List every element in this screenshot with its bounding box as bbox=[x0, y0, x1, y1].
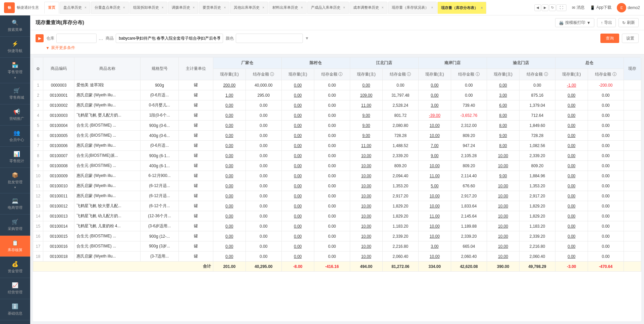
row-fqty[interactable]: 0.00 bbox=[213, 211, 246, 221]
row-naqty[interactable]: 10.00 bbox=[418, 231, 451, 241]
export-btn[interactable]: ↑ 导出 bbox=[597, 18, 616, 27]
row-tqty[interactable]: 0.00 bbox=[555, 191, 588, 201]
tab-3[interactable]: 组装拆卸单历史 × bbox=[129, 2, 167, 14]
sidebar-item-ecom[interactable]: 💻 电商管理 bbox=[0, 193, 30, 215]
row-jbqty[interactable]: 9.00 bbox=[350, 110, 382, 121]
row-tqty[interactable]: 0.00 bbox=[555, 141, 588, 151]
row-lqty[interactable]: 0.00 bbox=[281, 191, 314, 201]
row-naqty[interactable]: 10.00 bbox=[418, 131, 451, 141]
sidebar-item-mall[interactable]: 🛒 零售商城 bbox=[0, 83, 30, 104]
row-tqty[interactable]: 0.00 bbox=[555, 231, 588, 241]
sidebar-item-retail-stat[interactable]: 📊 零售统计 bbox=[0, 147, 30, 168]
row-tqty[interactable]: -1.00 bbox=[555, 80, 588, 90]
row-naqty[interactable]: 7.00 bbox=[418, 141, 451, 151]
row-ybqty[interactable]: 3.00 bbox=[487, 90, 519, 100]
row-ybqty[interactable]: 10.00 bbox=[487, 181, 519, 191]
row-jbqty[interactable]: 109.00 bbox=[350, 90, 382, 100]
row-naqty[interactable]: 10.00 bbox=[418, 121, 451, 131]
row-jbqty[interactable]: 10.00 bbox=[350, 181, 382, 191]
sidebar-item-finance[interactable]: 💰 资金管理 bbox=[0, 257, 30, 278]
row-tqty[interactable]: 0.00 bbox=[555, 201, 588, 211]
row-naqty[interactable]: 0.00 bbox=[418, 90, 451, 100]
th-settings[interactable]: ⚙ bbox=[33, 57, 43, 80]
row-fqty[interactable]: 0.00 bbox=[213, 241, 246, 251]
row-tqty[interactable]: 0.00 bbox=[555, 161, 588, 171]
row-lqty[interactable]: 0.00 bbox=[281, 161, 314, 171]
product-input[interactable] bbox=[116, 34, 223, 43]
row-naqty[interactable]: 3.00 bbox=[418, 241, 451, 251]
row-naqty[interactable]: 0.00 bbox=[418, 80, 451, 90]
color-input[interactable] bbox=[236, 34, 303, 43]
nav-expand[interactable]: ⛶ bbox=[556, 4, 567, 11]
row-tqty[interactable]: 0.00 bbox=[555, 151, 588, 161]
sidebar-item-purchase[interactable]: 🛒 采购管理 bbox=[0, 215, 30, 236]
row-ybqty[interactable]: 8.00 bbox=[487, 110, 519, 121]
row-ybqty[interactable]: 10.00 bbox=[487, 211, 519, 221]
tab-10[interactable]: 现存量（库存状况表） × bbox=[388, 2, 437, 14]
row-jbqty[interactable]: 10.00 bbox=[350, 191, 382, 201]
sidebar-item-quicknav[interactable]: ⚡ 快捷导航 bbox=[0, 37, 30, 58]
warehouse-input[interactable] bbox=[56, 34, 97, 43]
row-lqty[interactable]: 0.00 bbox=[281, 131, 314, 141]
row-tqty[interactable]: 0.00 bbox=[555, 211, 588, 221]
row-ybqty[interactable]: 9.00 bbox=[487, 131, 519, 141]
row-fqty[interactable]: 0.00 bbox=[213, 161, 246, 171]
sidebar-item-wholesale[interactable]: 📦 批发管理 ▼ bbox=[0, 168, 30, 193]
row-jbqty[interactable]: 10.00 bbox=[350, 241, 382, 251]
row-fqty[interactable]: 0.00 bbox=[213, 141, 246, 151]
row-lqty[interactable]: 0.00 bbox=[281, 121, 314, 131]
row-tqty[interactable]: 0.00 bbox=[555, 131, 588, 141]
tab-1[interactable]: 盘点单历史 × bbox=[60, 2, 90, 14]
tab-6[interactable]: 其他出库单历史 × bbox=[230, 2, 268, 14]
row-lqty[interactable]: 0.00 bbox=[281, 90, 314, 100]
row-jbqty[interactable]: 10.00 bbox=[350, 171, 382, 181]
row-lqty[interactable]: 0.00 bbox=[281, 211, 314, 221]
row-ybqty[interactable]: 6.00 bbox=[487, 100, 519, 110]
row-ybqty[interactable]: 10.00 bbox=[487, 241, 519, 251]
row-jbqty[interactable]: 11.00 bbox=[350, 141, 382, 151]
row-fqty[interactable]: 0.00 bbox=[213, 171, 246, 181]
row-naqty[interactable]: 10.00 bbox=[418, 201, 451, 211]
nav-next[interactable]: ▶ bbox=[542, 4, 548, 11]
tab-2[interactable]: 分量盘点单历史 × bbox=[91, 2, 129, 14]
query-button[interactable]: 查询 bbox=[600, 34, 619, 43]
nav-prev[interactable]: ◀ bbox=[534, 4, 541, 11]
row-tqty[interactable]: 0.00 bbox=[555, 110, 588, 121]
row-fqty[interactable]: 0.00 bbox=[213, 231, 246, 241]
row-naqty[interactable]: 9.00 bbox=[418, 151, 451, 161]
row-fqty[interactable]: 0.00 bbox=[213, 181, 246, 191]
row-ybqty[interactable]: 10.00 bbox=[487, 231, 519, 241]
row-naqty[interactable]: 10.00 bbox=[418, 161, 451, 171]
sidebar-item-system[interactable]: ⚙️ 系统管理 bbox=[0, 320, 30, 324]
row-fqty[interactable]: 0.00 bbox=[213, 131, 246, 141]
row-ybqty[interactable]: 10.00 bbox=[487, 201, 519, 211]
app-download-btn[interactable]: 📱 App下载 bbox=[590, 5, 611, 10]
row-ybqty[interactable]: 8.00 bbox=[487, 121, 519, 131]
row-naqty[interactable]: -39.00 bbox=[418, 110, 451, 121]
row-ybqty[interactable]: 0.00 bbox=[487, 80, 519, 90]
row-tqty[interactable]: 0.00 bbox=[555, 100, 588, 110]
refresh-btn[interactable]: ↻ 刷新 bbox=[619, 18, 639, 27]
row-tqty[interactable]: 0.00 bbox=[555, 90, 588, 100]
color-dropdown[interactable]: ▼ bbox=[305, 36, 309, 41]
print-btn[interactable]: 🖨️ 按模板打印 ▼ bbox=[555, 18, 594, 27]
tab-4[interactable]: 调拨单历史 × bbox=[168, 2, 199, 14]
sidebar-item-retail[interactable]: 🏪 零售管理 ▲ bbox=[0, 58, 30, 83]
sidebar-item-inventory[interactable]: 📋 库存核算 bbox=[0, 236, 30, 257]
setting-button[interactable]: 设置 bbox=[622, 34, 639, 43]
sidebar-item-ops[interactable]: 📈 经营管理 bbox=[0, 278, 30, 299]
row-tqty[interactable]: 0.00 bbox=[555, 251, 588, 262]
sidebar-item-marketing[interactable]: 📢 营销推广 bbox=[0, 104, 30, 126]
row-fqty[interactable]: 0.00 bbox=[213, 100, 246, 110]
row-naqty[interactable]: 11.00 bbox=[418, 171, 451, 181]
row-naqty[interactable]: 10.00 bbox=[418, 251, 451, 262]
row-naqty[interactable]: 5.00 bbox=[418, 181, 451, 191]
row-lqty[interactable]: 0.00 bbox=[281, 251, 314, 262]
row-lqty[interactable]: 0.00 bbox=[281, 231, 314, 241]
sidebar-item-member[interactable]: 👥 会员中心 bbox=[0, 126, 30, 147]
row-ybqty[interactable]: 10.00 bbox=[487, 161, 519, 171]
row-fqty[interactable]: 0.00 bbox=[213, 110, 246, 121]
tab-home[interactable]: 首页 bbox=[44, 2, 59, 14]
tab-5[interactable]: 要货单历史 × bbox=[199, 2, 229, 14]
row-naqty[interactable]: 3.00 bbox=[418, 100, 451, 110]
